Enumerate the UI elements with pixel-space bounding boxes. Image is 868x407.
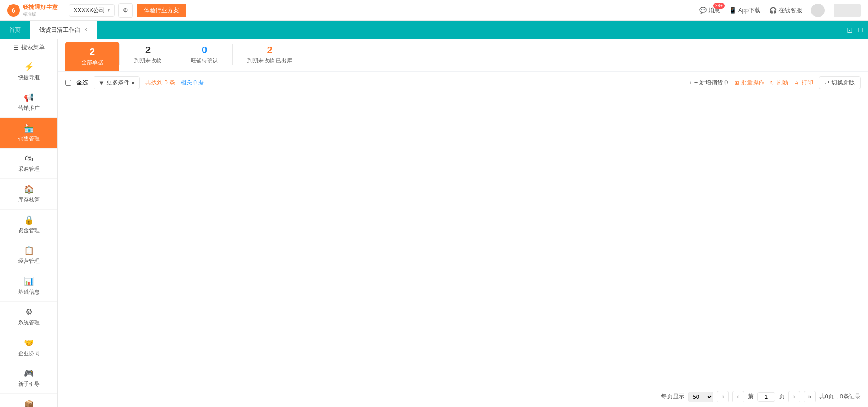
sidebar-item-search-menu[interactable]: ☰ 搜索菜单 xyxy=(0,39,57,56)
stat-number-all: 2 xyxy=(90,46,95,58)
stat-number-overdue: 2 xyxy=(145,44,151,56)
new-order-button[interactable]: + + 新增销货单 xyxy=(689,79,729,87)
table-area xyxy=(58,94,868,386)
sidebar-item-label-search: 搜索菜单 xyxy=(21,43,45,51)
next-page-button[interactable]: › xyxy=(788,391,800,402)
main-layout: ☰ 搜索菜单 ⚡ 快捷导航 📢 营销推广 🏪 销售管理 🛍 采购管理 🏠 库存核… xyxy=(0,39,868,407)
sidebar-item-label-sales: 销售管理 xyxy=(18,135,40,143)
funds-icon: 🔒 xyxy=(24,215,34,225)
sidebar-item-label-funds: 资金管理 xyxy=(18,227,40,234)
filter-chevron-icon: ▾ xyxy=(132,80,135,86)
sidebar-item-label-operations: 经营管理 xyxy=(18,257,40,265)
found-number: 0 xyxy=(165,79,168,86)
stat-tab-overdue-out[interactable]: 2 到期未收款 已出库 xyxy=(233,39,307,71)
sidebar-item-operations[interactable]: 📋 经营管理 xyxy=(0,240,57,271)
sidebar-item-label-guide: 新手引导 xyxy=(18,380,40,388)
tab-restore-icon[interactable]: ⊡ xyxy=(847,26,853,34)
guide-icon: 🎮 xyxy=(24,369,34,379)
app-name: 畅捷通好生意 xyxy=(23,3,58,11)
tab-home-label: 首页 xyxy=(9,26,21,34)
stat-label-overdue-out: 到期未收款 已出库 xyxy=(247,57,292,65)
cooperation-icon: 🤝 xyxy=(24,338,34,348)
tab-bar-right: ⊡ □ xyxy=(847,26,868,34)
message-badge: 99+ xyxy=(713,3,725,9)
refresh-icon: ↻ xyxy=(770,80,775,86)
marketing-icon: 📢 xyxy=(24,93,34,103)
app-download-label: App下载 xyxy=(738,6,760,14)
stat-tab-all[interactable]: 2 全部单据 xyxy=(65,42,119,71)
print-button[interactable]: 🖨 打印 xyxy=(794,79,813,87)
switch-version-button[interactable]: ⇄ 切换新版 xyxy=(819,76,861,89)
operations-icon: 📋 xyxy=(24,246,34,256)
prev-page-button[interactable]: ‹ xyxy=(732,391,744,402)
sidebar-item-quick-nav[interactable]: ⚡ 快捷导航 xyxy=(0,56,57,87)
switch-label: 切换新版 xyxy=(831,79,855,87)
total-records-label: 共0页，0条记录 xyxy=(819,393,861,401)
top-header: 6 畅捷通好生意 标准版 XXXXX公司 ▾ ⚙ 体验行业方案 💬 消息 99+… xyxy=(0,0,868,21)
new-order-label: + 新增销货单 xyxy=(694,79,729,87)
purchase-icon: 🛍 xyxy=(25,154,33,164)
sidebar-item-label-purchase: 采购管理 xyxy=(18,165,40,173)
filter-button[interactable]: ▼ 更多条件 ▾ xyxy=(94,76,140,89)
found-count-text: 共找到 0 条 xyxy=(145,79,175,87)
sidebar-item-label-marketing: 营销推广 xyxy=(18,104,40,112)
basic-info-icon: 📊 xyxy=(24,276,34,286)
per-page-select[interactable]: 50 100 200 xyxy=(688,392,713,402)
refresh-button[interactable]: ↻ 刷新 xyxy=(770,79,788,87)
stats-tabs: 2 全部单据 2 到期未收款 0 旺铺待确认 2 到期未收款 已出库 xyxy=(58,39,868,71)
trial-button[interactable]: 体验行业方案 xyxy=(137,4,186,17)
found-prefix: 共找到 xyxy=(145,79,163,86)
sidebar-item-cooperation[interactable]: 🤝 企业协同 xyxy=(0,332,57,363)
sales-icon: 🏪 xyxy=(24,123,34,133)
batch-icon: ⊞ xyxy=(734,80,739,86)
company-name: XXXXX公司 xyxy=(74,6,105,14)
online-service-button[interactable]: 🎧 在线客服 xyxy=(769,6,802,14)
first-page-button[interactable]: « xyxy=(717,391,729,402)
stat-tab-overdue[interactable]: 2 到期未收款 xyxy=(120,39,176,71)
sidebar-item-system[interactable]: ⚙ 系统管理 xyxy=(0,302,57,332)
download-icon: 📱 xyxy=(729,7,736,14)
tab-close-icon[interactable]: × xyxy=(84,27,87,33)
last-page-button[interactable]: » xyxy=(804,391,816,402)
tab-workbench-label: 钱货日清工作台 xyxy=(39,26,80,34)
toolbar-right: + + 新增销货单 ⊞ 批量操作 ↻ 刷新 🖨 打印 ⇄ 切换新版 xyxy=(689,76,861,89)
stat-label-pending: 旺铺待确认 xyxy=(191,57,218,65)
service-icon: 🎧 xyxy=(769,7,777,14)
app-edition: 标准版 xyxy=(23,11,36,18)
system-icon: ⚙ xyxy=(25,307,33,317)
stat-tab-pending[interactable]: 0 旺铺待确认 xyxy=(176,39,232,71)
stat-label-all: 全部单据 xyxy=(81,59,103,66)
tab-home[interactable]: 首页 xyxy=(0,21,30,39)
select-all-checkbox[interactable] xyxy=(65,80,71,86)
app-download-button[interactable]: 📱 App下载 xyxy=(729,6,760,14)
sidebar-item-guide[interactable]: 🎮 新手引导 xyxy=(0,363,57,394)
sidebar-item-funds[interactable]: 🔒 资金管理 xyxy=(0,210,57,240)
sidebar-item-label-inventory: 库存核算 xyxy=(18,196,40,204)
online-service-label: 在线客服 xyxy=(778,6,802,14)
sidebar-item-inventory[interactable]: 🏠 库存核算 xyxy=(0,179,57,210)
user-name-area[interactable] xyxy=(834,4,861,17)
message-button[interactable]: 💬 消息 99+ xyxy=(699,6,720,14)
toolbar: 全选 ▼ 更多条件 ▾ 共找到 0 条 相关单据 + + 新增销货单 ⊞ 批量操… xyxy=(58,72,868,94)
switch-icon: ⇄ xyxy=(825,80,830,86)
logo-icon: 6 xyxy=(7,4,20,17)
sidebar-item-sales[interactable]: 🏪 销售管理 xyxy=(0,118,57,149)
sidebar-item-basic-info[interactable]: 📊 基础信息 xyxy=(0,271,57,302)
logo-wrap: 畅捷通好生意 标准版 xyxy=(23,3,58,18)
tab-maximize-icon[interactable]: □ xyxy=(858,26,863,34)
settings-button[interactable]: ⚙ xyxy=(118,3,133,18)
related-orders-link[interactable]: 相关单据 xyxy=(180,79,204,87)
sidebar-item-marketing[interactable]: 📢 营销推广 xyxy=(0,87,57,118)
tab-workbench[interactable]: 钱货日清工作台 × xyxy=(30,21,97,39)
sidebar-item-purchase[interactable]: 🛍 采购管理 xyxy=(0,149,57,179)
header-right: 💬 消息 99+ 📱 App下载 🎧 在线客服 xyxy=(699,4,861,17)
batch-operation-button[interactable]: ⊞ 批量操作 xyxy=(734,79,764,87)
filter-icon: ▼ xyxy=(99,80,104,86)
page-input[interactable]: 1 xyxy=(757,392,775,402)
company-selector[interactable]: XXXXX公司 ▾ xyxy=(69,4,115,17)
found-unit: 条 xyxy=(169,79,175,86)
avatar[interactable] xyxy=(811,4,825,17)
stat-number-overdue-out: 2 xyxy=(267,44,273,56)
plus-icon: + xyxy=(689,80,693,86)
sidebar-item-app-center[interactable]: 📦 应用中心 xyxy=(0,394,57,407)
